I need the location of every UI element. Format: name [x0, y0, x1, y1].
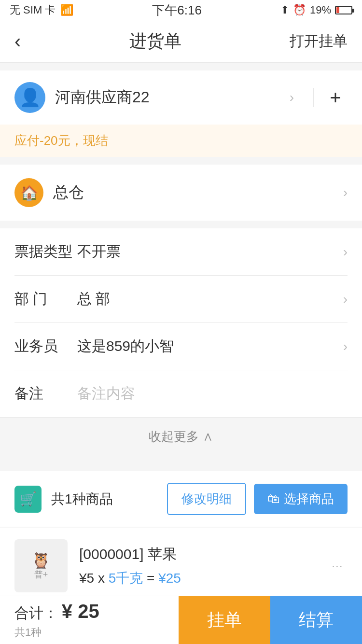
divider-3	[0, 456, 362, 463]
hang-button[interactable]: 挂单	[179, 596, 270, 644]
product-name-label: 苹果	[148, 546, 177, 562]
status-left: 无 SIM 卡 📶	[10, 3, 73, 17]
ticket-chevron-icon: ›	[343, 244, 348, 260]
salesperson-value: 这是859的小智	[77, 336, 343, 356]
select-product-icon: 🛍	[267, 491, 280, 506]
warehouse-section: 🏠 总仓 ›	[0, 165, 362, 221]
warehouse-chevron-icon: ›	[343, 185, 348, 200]
products-count: 共1种商品	[51, 490, 167, 508]
ticket-type-value: 不开票	[77, 242, 343, 262]
total-price: ¥25	[158, 571, 181, 586]
ticket-type-row[interactable]: 票据类型 不开票 ›	[0, 228, 362, 275]
total-section: 合计： ¥ 25 共1种	[0, 596, 179, 644]
location-icon: ⬆	[280, 4, 289, 16]
divider-1	[0, 157, 362, 165]
notice-banner: 应付-20元，现结	[0, 125, 362, 157]
product-thumb-icon: 🦉 普+	[31, 551, 51, 580]
divider-2	[0, 221, 362, 228]
product-price: ¥5 x 5千克 = ¥25	[79, 569, 327, 588]
status-bar: 无 SIM 卡 📶 下午6:16 ⬆ ⏰ 19%	[0, 0, 362, 20]
total-row: 合计： ¥ 25	[14, 601, 164, 623]
products-icon: 🛒	[14, 486, 42, 513]
total-label: 合计：	[14, 605, 58, 621]
settle-button[interactable]: 结算	[270, 596, 362, 644]
select-product-button[interactable]: 🛍 选择商品	[254, 484, 348, 514]
supplier-chevron-icon: ›	[290, 90, 294, 105]
vertical-divider	[313, 88, 314, 107]
nav-bar: ‹ 进货单 打开挂单	[0, 20, 362, 63]
warehouse-icon: 🏠	[20, 184, 38, 201]
total-amount: ¥ 25	[62, 601, 99, 622]
remark-row[interactable]: 备注 备注内容	[0, 370, 362, 417]
remark-label: 备注	[14, 384, 77, 404]
supplier-name: 河南供应商22	[55, 87, 290, 108]
ticket-type-label: 票据类型	[14, 242, 77, 262]
status-right: ⬆ ⏰ 19%	[280, 4, 352, 16]
remark-placeholder: 备注内容	[77, 384, 348, 404]
salesperson-label: 业务员	[14, 336, 77, 356]
warehouse-label: 总仓	[53, 182, 343, 203]
unit-price: ¥5	[79, 571, 94, 586]
supplier-section: 👤 河南供应商22 › + 应付-20元，现结	[0, 70, 362, 157]
product-name: [0000001] 苹果	[79, 545, 327, 564]
product-info: [0000001] 苹果 ¥5 x 5千克 = ¥25	[79, 545, 327, 588]
department-row[interactable]: 部 门 总 部 ›	[0, 276, 362, 322]
department-label: 部 门	[14, 289, 77, 309]
add-supplier-button[interactable]: +	[319, 83, 348, 112]
cart-icon: 🛒	[20, 491, 37, 507]
top-divider	[0, 63, 362, 70]
equals-sign: =	[147, 571, 158, 586]
select-product-label: 选择商品	[284, 490, 334, 507]
warehouse-icon-wrap: 🏠	[14, 178, 43, 207]
carrier-label: 无 SIM 卡	[10, 3, 56, 17]
salesperson-row[interactable]: 业务员 这是859的小智 ›	[0, 323, 362, 370]
multiply-sign: x	[98, 571, 109, 586]
back-icon: ‹	[14, 30, 21, 52]
bottom-bar: 合计： ¥ 25 共1种 挂单 结算	[0, 596, 362, 644]
page-title: 进货单	[129, 29, 181, 53]
product-more-button[interactable]: ···	[327, 553, 348, 578]
open-hang-button[interactable]: 打开挂单	[290, 31, 348, 51]
fields-section: 票据类型 不开票 › 部 门 总 部 › 业务员 这是859的小智 › 备注 备…	[0, 228, 362, 417]
quantity: 5千克	[109, 571, 143, 586]
product-thumbnail: 🦉 普+	[14, 539, 68, 592]
user-icon: 👤	[19, 87, 41, 108]
total-count: 共1种	[14, 625, 164, 640]
battery-percent: 19%	[310, 4, 331, 16]
status-time: 下午6:16	[152, 2, 202, 19]
department-chevron-icon: ›	[343, 292, 348, 307]
supplier-avatar: 👤	[14, 82, 45, 113]
battery-icon	[335, 6, 352, 14]
back-button[interactable]: ‹	[14, 30, 21, 52]
warehouse-row[interactable]: 🏠 总仓 ›	[0, 165, 362, 221]
collapse-button[interactable]: 收起更多 ∧	[0, 417, 362, 456]
salesperson-chevron-icon: ›	[343, 339, 348, 354]
product-id: [0000001]	[79, 546, 143, 562]
wifi-icon: 📶	[60, 4, 73, 16]
department-value: 总 部	[77, 289, 343, 309]
supplier-row[interactable]: 👤 河南供应商22 › +	[0, 70, 362, 125]
product-card: 🦉 普+ [0000001] 苹果 ¥5 x 5千克 = ¥25 ···	[0, 528, 362, 604]
products-header: 🛒 共1种商品 修改明细 🛍 选择商品	[0, 471, 362, 527]
alarm-icon: ⏰	[293, 4, 306, 16]
edit-detail-button[interactable]: 修改明细	[167, 483, 246, 515]
